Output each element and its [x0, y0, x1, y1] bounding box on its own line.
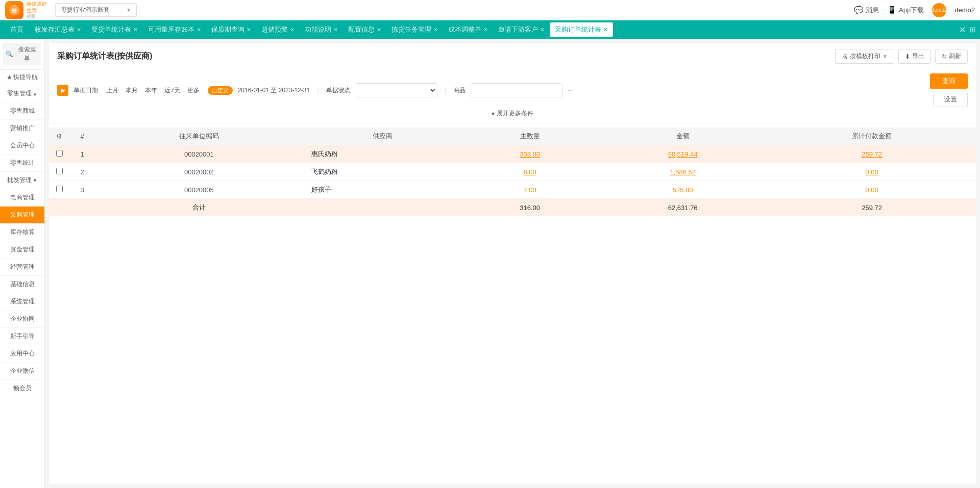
download-icon: 📱 — [887, 6, 897, 15]
tab-close-icon[interactable]: ✕ — [433, 27, 438, 33]
tab-close-icon[interactable]: ✕ — [290, 27, 295, 33]
row-qty[interactable]: 6.00 — [462, 163, 598, 181]
tab-close-icon[interactable]: ✕ — [247, 27, 251, 33]
row-seq: 3 — [69, 181, 95, 199]
tab-config[interactable]: 配置信息 ✕ — [343, 22, 386, 37]
tab-close-icon[interactable]: ✕ — [377, 27, 381, 33]
expand-btn[interactable]: ▾ 展开更多条件 — [492, 109, 533, 118]
sidebar-item-new-guide[interactable]: 新手引导 — [0, 328, 44, 345]
workspace-selector[interactable]: 母婴行业演示账套 ▼ — [55, 3, 137, 17]
sidebar-item-retail-mgmt[interactable]: 零售管理 ▲ — [0, 85, 44, 102]
row-supplier-name: 惠氏奶粉 — [303, 145, 462, 163]
row-qty[interactable]: 7.00 — [462, 181, 598, 199]
sidebar-item-ecommerce[interactable]: 电商管理 — [0, 189, 44, 207]
tab-requisition[interactable]: 要货单统计表 ✕ — [86, 22, 143, 37]
export-btn[interactable]: ⬇ 导出 — [898, 49, 931, 64]
date-range-display: 2016-01-01 至 2023-12-31 — [238, 86, 310, 95]
settings-btn[interactable]: 设置 — [933, 92, 968, 107]
goods-input[interactable] — [471, 83, 562, 97]
logo-text: 畅捷通好生意 标版 — [27, 1, 50, 20]
col-settings[interactable]: ⚙ — [49, 127, 69, 145]
sidebar-item-operation[interactable]: 经营管理 — [0, 259, 44, 276]
sidebar-item-marketing[interactable]: 营销推广 — [0, 120, 44, 137]
row-paid[interactable]: 0.00 — [768, 181, 976, 199]
date-last-month-btn[interactable]: 上月 — [103, 85, 121, 96]
row-checkbox[interactable] — [49, 145, 69, 163]
col-supplier-name: 供应商 — [303, 127, 462, 145]
row-checkbox[interactable] — [49, 163, 69, 181]
date-more-btn[interactable]: 更多 — [184, 85, 203, 96]
query-btn[interactable]: 查询 — [930, 73, 968, 89]
filter-area: ▶ 单据日期 上月 本月 本年 近7天 更多 自定义 2016-01-01 至 … — [49, 68, 976, 123]
tab-receive[interactable]: 收发存汇总表 ✕ — [30, 22, 86, 37]
date-quick-buttons: 上月 本月 本年 近7天 更多 — [103, 85, 203, 96]
tab-close-icon[interactable]: ✕ — [133, 27, 138, 33]
sidebar-item-finance[interactable]: 资金管理 — [0, 241, 44, 259]
row-checkbox[interactable] — [49, 181, 69, 199]
tab-close-icon[interactable]: ✕ — [540, 27, 545, 33]
workspace-arrow-icon: ▼ — [126, 7, 131, 13]
sidebar-item-retail-mall[interactable]: 零售商城 — [0, 102, 44, 120]
sidebar-item-app-center[interactable]: 应用中心 — [0, 345, 44, 363]
sidebar-item-enterprise-wechat[interactable]: 企业微信 — [0, 363, 44, 380]
date-custom-badge[interactable]: 自定义 — [208, 86, 233, 95]
tab-close-icon[interactable]: ✕ — [197, 27, 201, 33]
date-7days-btn[interactable]: 近7天 — [161, 85, 183, 96]
export-icon: ⬇ — [905, 53, 910, 60]
tab-invite[interactable]: 邀请下游客户 ✕ — [493, 22, 550, 37]
tab-function[interactable]: 功能说明 ✕ — [300, 22, 343, 37]
tab-close-active-icon[interactable]: ✕ — [603, 27, 608, 33]
goods-label: 商品 — [453, 86, 465, 95]
col-seq: # — [69, 127, 95, 145]
search-menu-btn[interactable]: 🔍 搜索菜单 — [0, 39, 44, 70]
tab-inventory[interactable]: 可用量库存账本 ✕ — [143, 22, 206, 37]
refresh-btn[interactable]: ↻ 刷新 — [935, 49, 968, 64]
sidebar-item-inventory-check[interactable]: 库存核算 — [0, 224, 44, 241]
gear-icon[interactable]: ⚙ — [56, 133, 62, 140]
date-this-month-btn[interactable]: 本月 — [122, 85, 141, 96]
row-supplier-code: 00020005 — [95, 181, 303, 199]
tab-close-icon[interactable]: ✕ — [333, 27, 338, 33]
expand-row: ▾ 展开更多条件 — [57, 107, 968, 118]
sidebar-item-wholesale[interactable]: 批发管理 ▼ — [0, 172, 44, 189]
sidebar-item-purchase-mgmt[interactable]: 采购管理 — [0, 207, 44, 224]
tab-close-icon[interactable]: ✕ — [483, 27, 488, 33]
row-paid[interactable]: 0.00 — [768, 163, 976, 181]
row-seq: 1 — [69, 145, 95, 163]
message-btn[interactable]: 💬 消息 — [854, 6, 879, 15]
row-qty[interactable]: 303.00 — [462, 145, 598, 163]
total-qty: 316.00 — [462, 199, 598, 217]
filter-collapse-btn[interactable]: ▶ — [57, 85, 68, 96]
tab-overstock[interactable]: 超储预警 ✕ — [256, 22, 300, 37]
nav-restore-icon[interactable]: ⊞ — [970, 25, 976, 34]
date-this-year-btn[interactable]: 本年 — [142, 85, 160, 96]
tab-purchase-stat[interactable]: 采购订单统计表 ✕ — [550, 22, 613, 37]
quick-nav-btn[interactable]: ★ 快捷导航 — [0, 70, 44, 85]
total-amount: 62,631.76 — [598, 199, 768, 217]
template-print-btn[interactable]: 🖨 按模板打印 ▼ — [835, 49, 894, 64]
sidebar-item-enterprise[interactable]: 企业协同 — [0, 311, 44, 328]
data-table: ⚙ # 往来单位编码 供应商 主数量 金额 累计付款金额 — [49, 127, 976, 216]
dropdown-icon: ▼ — [883, 54, 888, 59]
sidebar-item-basic-info[interactable]: 基础信息 — [0, 276, 44, 293]
row-amount[interactable]: 1,586.52 — [598, 163, 768, 181]
tab-picking[interactable]: 拣货任务管理 ✕ — [386, 22, 443, 37]
app-download-btn[interactable]: 📱 App下载 — [887, 6, 924, 15]
status-select[interactable] — [356, 83, 437, 97]
nav-close-icon[interactable]: ✕ — [959, 25, 966, 35]
arrow-icon: ▼ — [33, 178, 37, 183]
tab-expiry[interactable]: 保质期查询 ✕ — [206, 22, 256, 37]
tab-home[interactable]: 首页 — [4, 22, 30, 37]
logo-icon: 好 — [5, 1, 23, 19]
sidebar-item-retail-stat[interactable]: 零售统计 — [0, 155, 44, 172]
sidebar-item-sys-mgmt[interactable]: 系统管理 — [0, 293, 44, 311]
sidebar-item-member[interactable]: 会员中心 — [0, 137, 44, 155]
tab-close-icon[interactable]: ✕ — [77, 27, 81, 33]
user-avatar[interactable]: demo2 — [932, 3, 946, 17]
row-paid[interactable]: 259.72 — [768, 145, 976, 163]
sidebar-item-member2[interactable]: 畅会员 — [0, 380, 44, 397]
row-amount[interactable]: 525.80 — [598, 181, 768, 199]
row-amount[interactable]: 60,519.44 — [598, 145, 768, 163]
tab-cost[interactable]: 成本调整单 ✕ — [443, 22, 493, 37]
goods-more-icon[interactable]: ··· — [568, 87, 573, 94]
